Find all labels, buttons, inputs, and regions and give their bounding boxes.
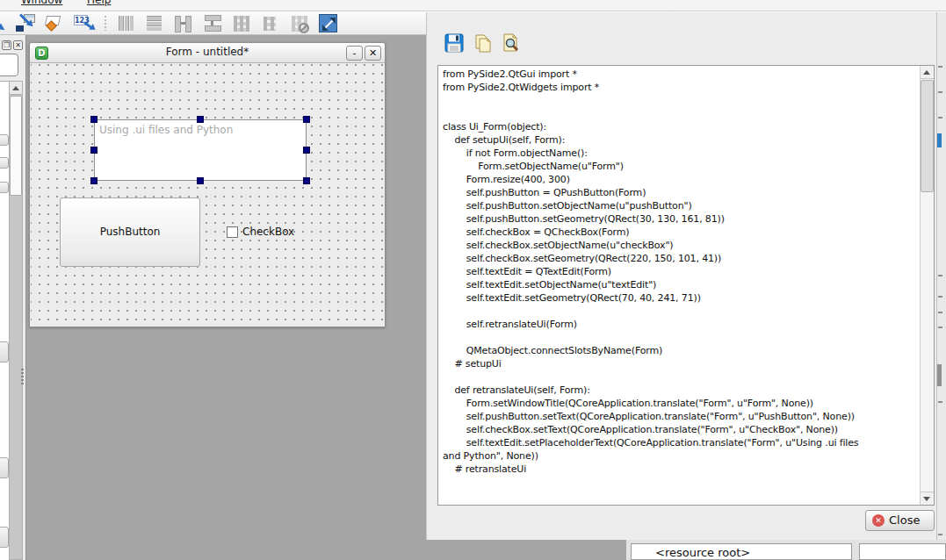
close-button[interactable]: ✕: [365, 46, 381, 61]
scroll-up-icon[interactable]: [921, 66, 934, 79]
dock-row-fragment: [938, 91, 942, 93]
menu-window[interactable]: Window: [21, 0, 62, 6]
selection-handle[interactable]: [303, 177, 310, 184]
dock-row-fragment: [938, 117, 942, 118]
dock-row-fragment: [938, 401, 942, 403]
layout-vertical-splitter-icon[interactable]: [201, 12, 223, 34]
widget-category[interactable]: [0, 134, 9, 146]
code-scrollbar[interactable]: [920, 66, 934, 505]
selection-handle[interactable]: [90, 177, 97, 184]
layout-horizontal-icon[interactable]: [115, 12, 137, 34]
pushbutton-widget[interactable]: PushButton: [60, 197, 200, 267]
widget-category[interactable]: [0, 157, 9, 169]
close-dialog-button[interactable]: ✕ Close: [865, 510, 935, 531]
resource-detail-box[interactable]: [859, 543, 946, 560]
widget-category[interactable]: [0, 527, 9, 548]
right-dock-sliver: [936, 12, 946, 540]
close-button-label: Close: [889, 513, 920, 527]
toolbar-separator: [105, 16, 106, 31]
menu-help[interactable]: Help: [87, 0, 111, 6]
widget-box-list[interactable]: [0, 81, 9, 560]
dock-row-fragment: [938, 327, 942, 328]
dock-row-fragment: [938, 275, 942, 276]
selection-handle[interactable]: [90, 116, 97, 123]
close-circle-icon: ✕: [872, 514, 885, 527]
form-window-titlebar[interactable]: D Form - untitled* - ✕: [30, 43, 385, 63]
scrollbar-thumb[interactable]: [10, 96, 22, 196]
edit-buddies-icon[interactable]: [43, 12, 65, 34]
adjust-size-icon[interactable]: [317, 12, 339, 34]
qt-designer-screen: Window Help 123 ❐ ✕: [0, 0, 946, 560]
dock-row-fragment: [938, 66, 942, 68]
menubar: Window Help: [0, 0, 946, 11]
dock-row-fragment: [938, 534, 942, 535]
selection-handle[interactable]: [197, 177, 204, 184]
widget-filter-input[interactable]: [0, 54, 18, 76]
form-window-title: Form - untitled*: [30, 46, 385, 58]
dock-row-fragment: [938, 296, 942, 298]
code-view[interactable]: from PySide2.QtGui import *from PySide2.…: [437, 65, 935, 506]
form-canvas[interactable]: Using .ui files and Python PushButton Ch…: [31, 63, 385, 327]
edit-widgets-icon[interactable]: [0, 12, 13, 34]
selection-handle[interactable]: [90, 147, 97, 154]
checkbox-widget[interactable]: [227, 226, 238, 238]
code-text[interactable]: from PySide2.QtGui import *from PySide2.…: [443, 68, 918, 503]
dock-float-icon[interactable]: ❐: [2, 40, 11, 50]
scroll-down-icon[interactable]: [921, 492, 934, 505]
minimize-button[interactable]: -: [346, 46, 363, 61]
copy-icon[interactable]: [473, 33, 493, 53]
dock-row-fragment: [938, 312, 942, 313]
edit-signals-slots-icon[interactable]: [15, 12, 37, 34]
save-icon[interactable]: [444, 33, 464, 53]
selection-handle[interactable]: [303, 147, 310, 154]
checkbox-label: CheckBox: [242, 226, 294, 238]
layout-vertical-icon[interactable]: [143, 12, 165, 34]
selection-handle[interactable]: [303, 116, 310, 123]
view-code-dialog: from PySide2.QtGui import *from PySide2.…: [426, 12, 936, 540]
dock-block-fragment: [937, 364, 942, 386]
resource-root-item[interactable]: <resource root>: [655, 546, 750, 559]
form-designer-window: D Form - untitled* - ✕ Using .ui files a…: [29, 42, 386, 327]
selected-row-fragment: [937, 133, 942, 147]
layout-horizontal-splitter-icon[interactable]: [172, 12, 194, 34]
scrollbar-thumb[interactable]: [921, 80, 934, 192]
widget-box-panel: ❐ ✕: [0, 35, 26, 560]
widget-box-scrollbar[interactable]: [9, 81, 23, 560]
edit-tab-order-icon[interactable]: 123: [72, 12, 94, 34]
scroll-up-icon[interactable]: [10, 82, 22, 95]
resource-tree[interactable]: <resource root>: [631, 543, 852, 560]
splitter-grip[interactable]: [21, 369, 24, 384]
resource-browser-panel: <resource root>: [626, 540, 946, 560]
layout-form-icon[interactable]: [259, 12, 281, 34]
dock-close-icon[interactable]: ✕: [13, 40, 23, 50]
find-icon[interactable]: [502, 33, 521, 53]
selection-handle[interactable]: [197, 116, 204, 123]
break-layout-icon[interactable]: [288, 12, 310, 34]
layout-grid-icon[interactable]: [230, 12, 252, 34]
textedit-placeholder: Using .ui files and Python: [99, 124, 233, 136]
widget-category[interactable]: [0, 457, 9, 478]
widget-category[interactable]: [0, 341, 9, 363]
widget-category[interactable]: [0, 182, 9, 193]
textedit-widget[interactable]: Using .ui files and Python: [94, 119, 307, 181]
